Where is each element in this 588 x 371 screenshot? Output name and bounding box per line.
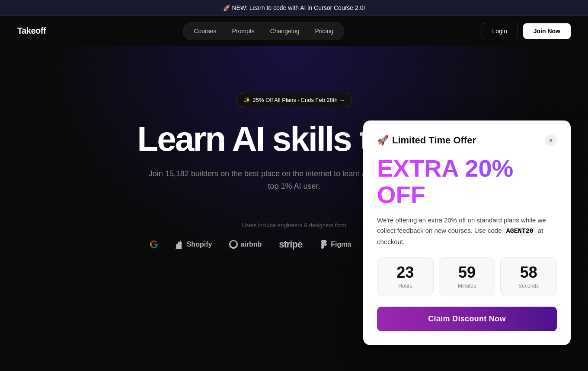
brand-logo[interactable]: Takeoff xyxy=(17,26,46,36)
nav-links: Courses Prompts Changelog Pricing xyxy=(183,22,344,40)
announcement-emoji: 🚀 xyxy=(223,4,230,11)
popup-description: We're offering an extra 20% off on stand… xyxy=(377,215,557,247)
claim-discount-button[interactable]: Claim Discount Now xyxy=(377,307,557,331)
hours-label: Hours xyxy=(381,283,430,289)
airbnb-text: airbnb xyxy=(240,241,262,248)
popup-discount-text: EXTRA 20% OFF xyxy=(377,155,557,208)
announcement-bar: 🚀 NEW: Learn to code with AI in Cursor C… xyxy=(0,0,588,16)
logo-airbnb: airbnb xyxy=(229,240,262,249)
nav-prompts[interactable]: Prompts xyxy=(225,25,262,37)
logo-figma: Figma xyxy=(320,240,351,249)
logo-google: Google xyxy=(150,240,158,249)
navbar: Takeoff Courses Prompts Changelog Pricin… xyxy=(0,16,588,46)
login-button[interactable]: Login xyxy=(482,23,518,39)
logo-shopify: Shopify xyxy=(176,240,212,249)
countdown-hours: 23 Hours xyxy=(377,257,434,296)
countdown-minutes: 59 Minutes xyxy=(439,257,495,296)
popup-title-emoji: 🚀 xyxy=(377,135,389,146)
navbar-actions: Login Join Now xyxy=(482,23,571,39)
hours-value: 23 xyxy=(381,265,430,280)
join-button[interactable]: Join Now xyxy=(523,23,571,39)
discount-badge[interactable]: ✨ 25% Off All Plans - Ends Feb 28th → xyxy=(236,93,352,107)
nav-changelog[interactable]: Changelog xyxy=(263,25,307,37)
popup-title: 🚀 Limited Time Offer xyxy=(377,135,476,146)
offer-popup: 🚀 Limited Time Offer × EXTRA 20% OFF We'… xyxy=(363,120,571,345)
seconds-label: Seconds xyxy=(504,283,553,289)
popup-close-button[interactable]: × xyxy=(545,134,557,146)
nav-courses[interactable]: Courses xyxy=(187,25,223,37)
logo-stripe: stripe xyxy=(279,239,302,250)
countdown-seconds: 58 Seconds xyxy=(500,257,557,296)
announcement-text: NEW: Learn to code with AI in Cursor Cou… xyxy=(232,4,365,11)
popup-header: 🚀 Limited Time Offer × xyxy=(377,134,557,146)
nav-pricing[interactable]: Pricing xyxy=(308,25,340,37)
figma-text: Figma xyxy=(331,241,351,248)
badge-emoji: ✨ xyxy=(243,97,250,103)
minutes-label: Minutes xyxy=(443,283,492,289)
seconds-value: 58 xyxy=(504,265,553,280)
countdown-timer: 23 Hours 59 Minutes 58 Seconds xyxy=(377,257,557,296)
popup-promo-code: AGENT20 xyxy=(504,227,536,236)
popup-title-text: Limited Time Offer xyxy=(392,135,476,146)
minutes-value: 59 xyxy=(443,265,492,280)
shopify-text: Shopify xyxy=(187,241,212,248)
announcement-link[interactable]: 🚀 NEW: Learn to code with AI in Cursor C… xyxy=(223,4,365,11)
badge-text: 25% Off All Plans - Ends Feb 28th → xyxy=(253,97,345,103)
